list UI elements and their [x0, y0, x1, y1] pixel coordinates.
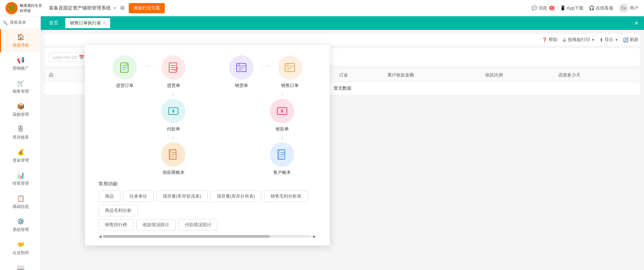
func-btn-product-gross[interactable]: 商品毛利分析: [99, 205, 138, 216]
download-icon: 📱: [560, 5, 565, 11]
func-btn-stock-status[interactable]: 现存量(库存状况表): [156, 191, 208, 202]
col-days-left: 还差多少天: [554, 69, 640, 82]
marketing-icon: 📢: [17, 56, 24, 64]
export-arrow-icon: ▼: [615, 38, 618, 42]
search-menu-button[interactable]: 🔍 搜索菜单: [0, 16, 40, 29]
arrow-purchase-to-bill: - - - - →: [145, 64, 153, 68]
app-wrapper: 🌿 畅康通好生意 标准版 装备及固定资产辅助管理系统 ▼ ⚙ 体验行业方案 💬 …: [0, 0, 644, 270]
payment-circle[interactable]: ¥: [161, 99, 186, 123]
purchase-bill-icon: [167, 61, 179, 74]
system-icon: ⚙️: [17, 218, 24, 225]
svg-rect-28: [278, 150, 280, 159]
user-menu[interactable]: Ea 用户: [619, 3, 639, 13]
logo-line1: 畅康通好生意: [20, 3, 42, 8]
receipt-circle[interactable]: ¥: [270, 99, 294, 123]
func-btn-sales-rank[interactable]: 销售排行榜: [99, 219, 134, 231]
flow-node-payment: ↓ ¥ 付款单: [153, 89, 194, 132]
sale-order-icon: [284, 61, 296, 74]
sidebar-item-guide[interactable]: 📖 新手引导: [0, 260, 40, 270]
flow-node-sale-order: 销售订单: [269, 55, 310, 89]
tab-home[interactable]: 首页: [43, 17, 64, 29]
help-button[interactable]: ❓ 帮助: [542, 37, 557, 43]
sidebar-item-inventory[interactable]: 🗄 库存核算: [0, 122, 40, 144]
sale-bill-circle[interactable]: [229, 55, 254, 80]
logo-icon: 🌿: [5, 2, 18, 14]
sale-order-circle[interactable]: [278, 55, 302, 80]
sidebar-item-marketing[interactable]: 📢 营销推广: [0, 52, 40, 75]
sidebar-item-sales[interactable]: 🛒 销售管理: [0, 75, 40, 98]
flow-node-purchase-bill: 进货单: [153, 55, 194, 89]
common-func-title: 常用功能: [99, 181, 316, 187]
func-btn-payment-stat[interactable]: 付款情况统计: [178, 219, 218, 231]
sidebar-item-system[interactable]: ⚙️ 系统管理: [0, 214, 40, 237]
trial-button[interactable]: 体验行业方案: [129, 3, 165, 13]
scroll-right-icon[interactable]: ▶: [313, 234, 316, 239]
inventory-icon: 🗄: [18, 126, 24, 133]
purchase-bill-circle[interactable]: [161, 55, 186, 80]
sidebar-item-quick-nav[interactable]: 🏠 快捷导航: [0, 29, 40, 52]
online-service-button[interactable]: 🎧 在线客服: [589, 5, 613, 11]
func-buttons-row1: 商品 往来单位 现存量(库存状况表) 现存量(库存分布表) 销售毛利分析表 商品…: [99, 191, 316, 216]
top-bar-right: 💬 消息 6 📱 App下载 🎧 在线客服 Ea 用户: [532, 3, 639, 13]
calendar-icon: 📅: [79, 55, 84, 60]
func-buttons-row2: 销售排行榜 收款情况统计 付款情况统计: [99, 219, 316, 231]
top-bar: 🌿 畅康通好生意 标准版 装备及固定资产辅助管理系统 ▼ ⚙ 体验行业方案 💬 …: [0, 0, 644, 16]
toolbar: ❓ 帮助 🖨 按模板打印 ▼ ⬆ 导出 ▼ 🔄: [45, 34, 640, 46]
print-arrow-icon: ▼: [591, 38, 595, 42]
refresh-icon: 🔄: [623, 37, 628, 42]
func-btn-product[interactable]: 商品: [99, 191, 120, 202]
svg-text:¥: ¥: [281, 108, 283, 114]
refresh-button[interactable]: 🔄 刷新: [623, 37, 639, 43]
operation-icon: 📊: [17, 172, 24, 179]
func-btn-counterpart[interactable]: 往来单位: [123, 191, 154, 202]
func-btn-stock-dist[interactable]: 现存量(库存分布表): [210, 191, 262, 202]
message-icon: 💬: [532, 5, 537, 11]
supplier-ledger-icon: [167, 148, 179, 161]
settings-icon[interactable]: ⚙: [120, 5, 125, 11]
func-btn-receipt-stat[interactable]: 收款情况统计: [136, 219, 176, 231]
flow-row2-spacer: [194, 89, 262, 132]
scroll-thumb: [103, 235, 270, 238]
arrow-sale-to-order: ← - - - -: [262, 64, 269, 68]
tab-active[interactable]: 销售订单执行表 ×: [65, 18, 110, 28]
logo-text: 畅康通好生意 标准版: [20, 3, 42, 13]
flow-second-row: ↓ ¥ 付款单: [99, 89, 316, 132]
svg-rect-8: [237, 64, 246, 72]
sidebar-item-purchase[interactable]: 📦 采购管理: [0, 98, 40, 122]
close-all-icon[interactable]: ✕: [634, 20, 639, 26]
sidebar-item-basic[interactable]: 📋 基础信息: [0, 191, 40, 214]
col-deposit: 订金: [335, 69, 383, 82]
scroll-track[interactable]: [103, 235, 312, 238]
message-button[interactable]: 💬 消息 6: [532, 5, 555, 11]
avatar: Ea: [619, 3, 628, 13]
svg-rect-13: [285, 64, 295, 72]
scroll-left-icon[interactable]: ◀: [99, 234, 102, 239]
help-icon: ❓: [542, 37, 547, 42]
sale-bill-icon: [235, 61, 247, 74]
customer-ledger-icon: [276, 148, 288, 161]
tab-close-icon[interactable]: ×: [103, 21, 105, 25]
sales-icon: 🛒: [17, 79, 24, 87]
flow-node-supplier-ledger: ↓ 供应商账本: [153, 132, 194, 176]
sidebar-item-collab[interactable]: 🤝 企业协同: [0, 237, 40, 260]
export-button[interactable]: ⬆ 导出 ▼: [599, 37, 618, 43]
sidebar-item-finance[interactable]: 💰 资金管理: [0, 144, 40, 167]
supplier-ledger-circle[interactable]: [161, 142, 186, 167]
purchase-order-circle[interactable]: [112, 55, 137, 80]
system-title: 装备及固定资产辅助管理系统 ▼: [49, 5, 117, 11]
app-download-button[interactable]: 📱 App下载: [560, 5, 584, 11]
finance-icon: 💰: [17, 148, 24, 156]
date-input[interactable]: yyyy-mm-dd 📅: [49, 53, 88, 62]
sidebar-item-operation[interactable]: 📊 经营管理: [0, 167, 40, 191]
customer-ledger-circle[interactable]: [270, 142, 294, 167]
service-icon: 🎧: [589, 5, 594, 11]
func-btn-sales-gross[interactable]: 销售毛利分析表: [264, 191, 308, 202]
col-receipt-ratio: 收款比例: [481, 69, 554, 82]
logo-line2: 标准版: [20, 8, 42, 13]
col-total-receipt: 累计收款金额: [383, 69, 482, 82]
svg-rect-23: [169, 150, 171, 159]
template-print-button[interactable]: 🖨 按模板打印 ▼: [562, 37, 595, 43]
collab-icon: 🤝: [17, 241, 24, 248]
basic-icon: 📋: [17, 195, 24, 202]
tab-close-all[interactable]: ✕: [634, 20, 641, 26]
